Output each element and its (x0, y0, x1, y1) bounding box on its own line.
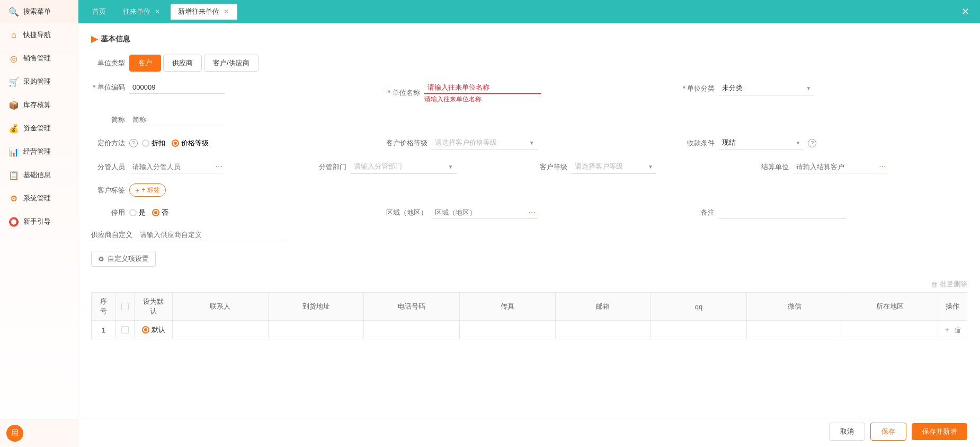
tag-label: 客户标签 (91, 186, 125, 195)
pricing-price-level[interactable]: 价格等级 (172, 138, 209, 148)
cancel-button[interactable]: 取消 (829, 423, 865, 441)
save-button[interactable]: 保存 (870, 423, 906, 441)
row-check (116, 321, 135, 339)
sidebar-item-quicknav[interactable]: ⌂ 快捷导航 (0, 23, 78, 47)
unit-code-input[interactable] (129, 81, 225, 94)
unit-code-label: 单位编码 (91, 83, 125, 92)
plus-icon: + (135, 186, 139, 195)
sidebar-item-finance[interactable]: 💰 资金管理 (0, 117, 78, 140)
sidebar-item-system[interactable]: ⚙ 系统管理 (0, 187, 78, 210)
customer-level-caret: ▼ (648, 164, 653, 170)
col-action: 操作 (938, 293, 967, 321)
row-fax[interactable] (459, 321, 555, 339)
row-wechat[interactable] (746, 321, 842, 339)
main-area: 首页 往来单位 ✕ 新增往来单位 ✕ ✕ ▶ 基本信息 单位类型 客户 供应商 … (78, 0, 980, 447)
default-radio[interactable] (142, 326, 149, 334)
customer-price-select[interactable]: 请选择客户价格等级 ▼ (432, 136, 538, 150)
customer-price-label: 客户价格等级 (386, 138, 427, 148)
customer-level-select[interactable]: 请选择客户等级 ▼ (572, 160, 656, 174)
supplier-custom-input[interactable] (137, 229, 285, 241)
sidebar-item-basic[interactable]: 📋 基础信息 (0, 163, 78, 187)
type-btn-customer[interactable]: 客户 (129, 55, 161, 72)
manager-input[interactable] (129, 161, 213, 173)
finance-icon: 💰 (8, 123, 19, 134)
sidebar-item-newbie[interactable]: ⭕ 新手引导 (0, 210, 78, 233)
tag-group: 客户标签 + + 标签 (91, 183, 967, 197)
unit-name-group: 单位名称 请输入往来单位名称 (386, 81, 673, 104)
region-input[interactable] (432, 206, 527, 218)
sidebar-item-sales[interactable]: ◎ 销售管理 (0, 47, 78, 70)
type-btn-both[interactable]: 客户/供应商 (204, 55, 259, 72)
row-email[interactable] (555, 321, 651, 339)
sidebar-item-purchase[interactable]: 🛒 采购管理 (0, 70, 78, 93)
row-qq[interactable] (651, 321, 747, 339)
region-label: 区域（地区） (386, 208, 427, 217)
add-tag-button[interactable]: + + 标签 (129, 183, 166, 197)
unit-type-row: 单位类型 客户 供应商 客户/供应商 (91, 55, 967, 72)
payment-help-icon[interactable]: ? (808, 139, 816, 147)
tab-new-partner[interactable]: 新增往来单位 ✕ (171, 4, 237, 20)
unit-type-label: 单位类型 (91, 58, 125, 68)
region-dots-icon[interactable]: ··· (526, 208, 537, 217)
add-row-icon[interactable]: ＋ (943, 325, 951, 335)
abbr-input[interactable] (129, 113, 225, 126)
disable-radio-group: 是 否 (129, 208, 168, 217)
customer-price-caret: ▼ (529, 140, 534, 146)
basic-icon: 📋 (8, 170, 19, 180)
custom-settings-button[interactable]: ⚙ 自定义项设置 (91, 251, 156, 267)
sidebar-item-inventory[interactable]: 📦 库存核算 (0, 93, 78, 117)
abbr-group: 简称 (91, 113, 967, 126)
select-all-checkbox[interactable] (121, 303, 129, 310)
remark-input[interactable] (719, 206, 846, 219)
sidebar-item-operation[interactable]: 📊 经营管理 (0, 140, 78, 163)
save-and-new-button[interactable]: 保存并新增 (912, 423, 967, 440)
pricing-help-icon[interactable]: ? (129, 139, 138, 147)
pricing-discount[interactable]: 折扣 (142, 138, 165, 148)
batch-delete-button[interactable]: 🗑 批量删除 (931, 279, 967, 289)
dept-group: 分管部门 请输入分管部门 ▼ (313, 160, 525, 174)
row-actions: ＋ 🗑 (938, 321, 967, 339)
unit-name-input[interactable] (424, 81, 541, 94)
delete-row-icon[interactable]: 🗑 (954, 326, 961, 334)
region-input-container: ··· (432, 206, 538, 219)
unit-code-group: 单位编码 (91, 81, 378, 94)
delete-icon: 🗑 (931, 281, 938, 288)
disable-yes-circle (129, 209, 137, 216)
window-close-button[interactable]: ✕ (957, 6, 974, 17)
home-icon: ⌂ (8, 30, 19, 40)
settlement-input-container: ··· (793, 161, 888, 173)
pricing-row: 定价方法 ? 折扣 价格等级 客户价格等级 请选择客户价格等级 (91, 136, 967, 150)
tab-new-partner-close[interactable]: ✕ (222, 8, 230, 15)
disable-yes[interactable]: 是 (129, 208, 146, 217)
col-region: 所在地区 (842, 293, 938, 321)
row-phone[interactable] (364, 321, 460, 339)
sidebar-item-search[interactable]: 🔍 搜索菜单 (0, 0, 78, 23)
col-no: 序号 (92, 293, 116, 321)
row-checkbox[interactable] (121, 326, 129, 334)
payment-select[interactable]: 现结 ▼ (719, 136, 804, 150)
supplier-custom-label: 供应商自定义 (91, 230, 132, 240)
sidebar-bottom: 用 (0, 419, 78, 447)
row-address[interactable] (268, 321, 364, 339)
unit-category-select[interactable]: 未分类 ▼ (719, 81, 814, 95)
settlement-group: 结算单位 ··· (755, 161, 968, 173)
payment-caret: ▼ (795, 140, 800, 146)
tab-partners[interactable]: 往来单位 ✕ (115, 4, 168, 20)
disable-no[interactable]: 否 (152, 208, 168, 217)
supplier-custom-row: 供应商自定义 (91, 229, 967, 241)
settlement-input[interactable] (793, 161, 877, 173)
manager-dots-icon[interactable]: ··· (213, 162, 225, 171)
pricing-radio-group: 折扣 价格等级 (142, 138, 209, 148)
row-contact[interactable] (173, 321, 269, 339)
table-row: 1 默认 (92, 321, 967, 339)
disable-row: 停用 是 否 区域（地区） ··· (91, 206, 967, 219)
tab-partners-close[interactable]: ✕ (154, 8, 161, 15)
type-btn-supplier[interactable]: 供应商 (163, 55, 202, 72)
payment-label: 收款条件 (681, 138, 715, 148)
row-region[interactable] (842, 321, 938, 339)
inventory-icon: 📦 (8, 100, 19, 110)
tab-home[interactable]: 首页 (85, 4, 113, 20)
settlement-dots-icon[interactable]: ··· (877, 162, 888, 171)
remark-group: 备注 (681, 206, 967, 219)
dept-select[interactable]: 请输入分管部门 ▼ (351, 160, 457, 174)
